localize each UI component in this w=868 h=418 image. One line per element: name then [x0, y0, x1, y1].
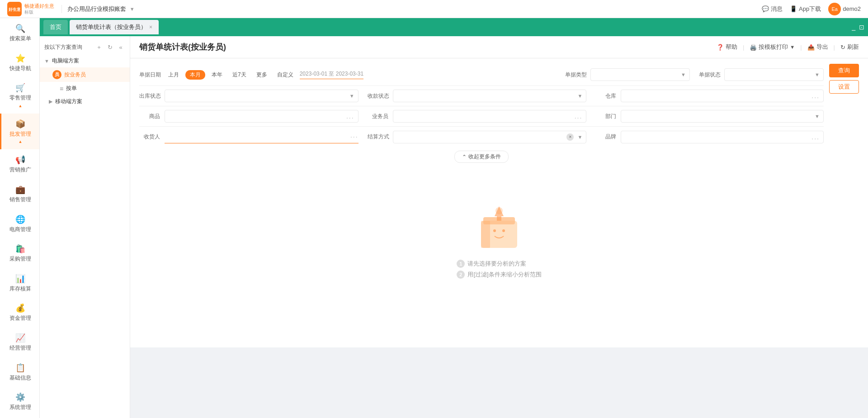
main-content: 销货单统计表(按业务员) ❓ 帮助 | 🖨️ 按模板打印 ▼ | [130, 36, 868, 418]
tree-desktop-parent[interactable]: ▼ 电脑端方案 [40, 54, 130, 67]
out-status-select[interactable]: ▼ [165, 90, 359, 102]
date-filter-row: 单据日期 上月 本月 本年 近7天 更多 自定义 2023-03-01 至 20… [139, 64, 824, 86]
doc-status-arrow: ▼ [815, 72, 820, 77]
sidebar-item-system[interactable]: ⚙️ 系统管理 [0, 387, 39, 417]
warehouse-label: 仓库 [595, 92, 621, 100]
dept-row: 部门 ▼ [595, 106, 824, 127]
date-btn-more[interactable]: 更多 [253, 70, 271, 80]
receive-status-label: 收款状态 [368, 92, 393, 100]
settlement-control: × ▼ [393, 131, 587, 143]
receive-status-arrow: ▼ [577, 93, 582, 99]
help-btn[interactable]: ❓ 帮助 [717, 43, 737, 51]
left-panel-refresh-btn[interactable]: ↻ [105, 43, 114, 52]
goods-control: ... [165, 110, 359, 123]
sidebar-item-wholesale[interactable]: 📦 批发管理 ▲ [0, 114, 39, 150]
sidebar-item-basic[interactable]: 📋 基础信息 [0, 357, 39, 387]
date-filter-controls: 上月 本月 本年 近7天 更多 自定义 2023-03-01 至 2023-03… [165, 70, 365, 80]
consignee-label: 收货人 [139, 133, 165, 141]
date-btn-7days[interactable]: 近7天 [229, 70, 250, 80]
logo-area: 好生意 畅捷通好生意 标版 [7, 2, 54, 16]
collapse-up-icon: ⌃ [462, 154, 467, 160]
doc-type-arrow: ▼ [681, 72, 686, 77]
collapse-btn[interactable]: ⌃ 收起更多条件 [454, 151, 509, 163]
brand-row: 品牌 ... [595, 127, 824, 147]
date-btn-this-month[interactable]: 本月 [185, 70, 205, 80]
user-area[interactable]: Ea demo2 [828, 3, 861, 15]
out-status-arrow: ▼ [349, 93, 354, 99]
page-header: 销货单统计表(按业务员) ❓ 帮助 | 🖨️ 按模板打印 ▼ | [130, 36, 868, 58]
sidebar-item-inventory[interactable]: 📊 库存核算 [0, 268, 39, 298]
tab-maximize-btn[interactable]: ⊡ [859, 24, 864, 31]
filter-grid-3: 收货人 ··· 结算方式 [139, 127, 824, 147]
sidebar: 🔍 搜索菜单 ⭐ 快捷导航 🛒 零售管理 ▲ 📦 批发管理 ▲ 📢 营销推广 💼… [0, 18, 40, 418]
tab-minimize-btn[interactable]: ⎯ [852, 24, 855, 31]
tab-sales-stat[interactable]: 销货单统计表（按业务员） × [70, 20, 159, 34]
svg-point-6 [495, 207, 503, 214]
message-btn[interactable]: 💬 消息 [762, 5, 783, 13]
purchase-icon: 🛍️ [15, 244, 25, 254]
query-btn[interactable]: 查询 [829, 64, 859, 77]
operations-icon: 📈 [15, 333, 25, 343]
print-btn[interactable]: 🖨️ 按模板打印 ▼ [750, 43, 795, 51]
dept-select[interactable]: ▼ [621, 110, 824, 123]
doc-type-control: ▼ [590, 68, 690, 81]
left-panel: 按以下方案查询 + ↻ « ▼ 电脑端方案 员 [40, 36, 130, 418]
print-dropdown-icon[interactable]: ▼ [790, 44, 795, 50]
date-btn-last-month[interactable]: 上月 [165, 70, 183, 80]
consignee-input[interactable] [165, 130, 349, 143]
settings-btn[interactable]: 设置 [829, 80, 859, 94]
sidebar-item-quick-nav[interactable]: ⭐ 快捷导航 [0, 48, 39, 78]
receive-status-select[interactable]: ▼ [393, 90, 587, 102]
tree-subchild-order[interactable]: ≡ 按单 [40, 82, 130, 95]
refresh-btn[interactable]: ↻ 刷新 [840, 43, 859, 51]
doc-status-select[interactable]: ▼ [724, 68, 824, 81]
salesperson-select[interactable]: ... [393, 110, 587, 123]
collapse-row: ⌃ 收起更多条件 [139, 147, 824, 166]
tab-home[interactable]: 首页 [43, 20, 68, 34]
help-icon: ❓ [717, 44, 724, 51]
consignee-dots: ··· [350, 133, 359, 140]
app-download-btn[interactable]: 📱 App下载 [790, 5, 821, 13]
svg-point-7 [493, 229, 496, 232]
tab-close-btn[interactable]: × [149, 24, 152, 30]
doc-status-label: 单据状态 [699, 71, 724, 79]
sidebar-item-retail[interactable]: 🛒 零售管理 ▲ [0, 77, 39, 114]
sidebar-item-sales[interactable]: 💼 销售管理 [0, 179, 39, 209]
tree-child-salesperson[interactable]: 员 按业务员 [40, 67, 130, 82]
empty-hint-1: 1 请先选择要分析的方案 [457, 260, 541, 268]
warehouse-select[interactable]: ... [621, 90, 824, 102]
settlement-select[interactable]: × ▼ [393, 131, 587, 143]
sidebar-item-purchase[interactable]: 🛍️ 采购管理 [0, 238, 39, 268]
date-range-display[interactable]: 2023-03-01 至 2023-03-31 [300, 70, 363, 79]
topbar-app-arrow[interactable]: ▼ [130, 6, 135, 12]
inventory-icon: 📊 [15, 274, 25, 284]
svg-rect-4 [481, 221, 490, 248]
left-panel-add-btn[interactable]: + [94, 43, 104, 52]
sales-icon: 💼 [15, 185, 25, 195]
sidebar-item-marketing[interactable]: 📢 营销推广 [0, 149, 39, 179]
doc-type-select[interactable]: ▼ [590, 68, 690, 81]
tree-mobile-parent[interactable]: ▶ 移动端方案 [40, 95, 130, 108]
basic-icon: 📋 [15, 363, 25, 373]
sidebar-item-finance[interactable]: 💰 资金管理 [0, 298, 39, 328]
out-status-label: 出库状态 [139, 92, 165, 100]
goods-select[interactable]: ... [165, 110, 359, 123]
date-btn-this-year[interactable]: 本年 [208, 70, 226, 80]
dept-arrow: ▼ [815, 114, 820, 119]
salesperson-control: ... [393, 110, 587, 123]
dept-label: 部门 [595, 113, 621, 120]
date-btn-custom[interactable]: 自定义 [274, 70, 297, 80]
sidebar-item-ecommerce[interactable]: 🌐 电商管理 [0, 209, 39, 239]
sidebar-item-operations[interactable]: 📈 经营管理 [0, 328, 39, 357]
consignee-row: 收货人 ··· [139, 127, 368, 147]
settlement-clear-btn[interactable]: × [566, 133, 574, 141]
tree-mobile-arrow: ▶ [49, 99, 52, 104]
sidebar-item-search[interactable]: 🔍 搜索菜单 [0, 18, 39, 48]
settlement-arrow: ▼ [577, 134, 582, 140]
export-icon: 📤 [807, 44, 815, 51]
brand-select[interactable]: ... [621, 131, 824, 143]
left-panel-collapse-btn[interactable]: « [116, 43, 125, 52]
export-btn[interactable]: 📤 导出 [807, 43, 828, 51]
salesperson-row: 业务员 ... [368, 106, 596, 127]
consignee-control: ··· [165, 130, 359, 143]
